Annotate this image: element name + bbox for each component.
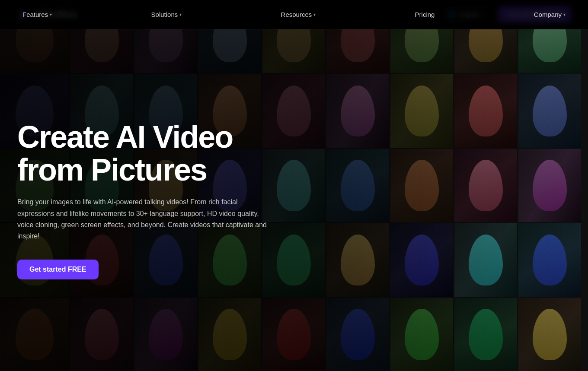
nav-item-pricing[interactable]: Pricing <box>410 7 440 22</box>
chevron-icon: ▾ <box>313 12 316 17</box>
hero-cta-button[interactable]: Get started FREE <box>17 260 99 279</box>
nav-item-resources[interactable]: Resources ▾ <box>276 7 321 22</box>
hero-content: Create AI Video from Pictures Bring your… <box>0 121 285 279</box>
nav-item-solutions[interactable]: Solutions ▾ <box>146 7 187 22</box>
nav-links: Features ▾ Solutions ▾ Resources ▾ Prici… <box>0 0 588 29</box>
navbar: VisionStory Features ▾ Solutions ▾ Resou… <box>0 0 588 29</box>
chevron-icon: ▾ <box>563 12 566 17</box>
hero-subtitle: Bring your images to life with AI-powere… <box>17 197 268 242</box>
chevron-icon: ▾ <box>50 12 52 17</box>
hero-title: Create AI Video from Pictures <box>17 121 268 186</box>
hero-section: Create AI Video from Pictures Bring your… <box>0 0 588 371</box>
nav-left: VisionStory Features ▾ Solutions ▾ Resou… <box>17 8 77 22</box>
nav-item-company[interactable]: Company ▾ <box>529 7 571 22</box>
chevron-icon: ▾ <box>179 12 182 17</box>
nav-item-features[interactable]: Features ▾ <box>17 7 57 22</box>
